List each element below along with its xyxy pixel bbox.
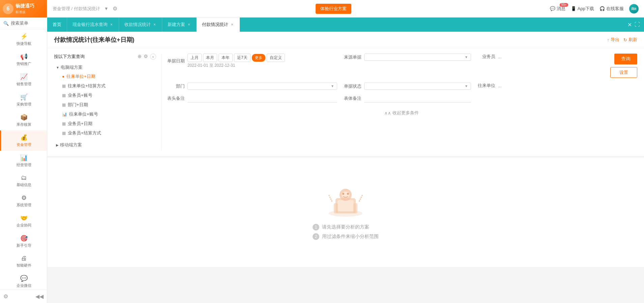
basic-icon: 🗂 bbox=[21, 174, 27, 181]
tab-bank-flow[interactable]: 现金银行流水查询 × bbox=[67, 18, 119, 32]
header-note-input[interactable] bbox=[187, 94, 337, 102]
partner-field: 往来单位 ... bbox=[476, 83, 605, 89]
user-avatar[interactable]: Rit bbox=[629, 4, 639, 13]
sidebar-item-operation[interactable]: 📊 经营管理 bbox=[0, 151, 47, 171]
search-icon: 🔍 bbox=[3, 21, 9, 26]
tab-payment-stats-close[interactable]: × bbox=[230, 22, 234, 28]
export-icon: ↑ bbox=[607, 37, 610, 42]
hardware-label: 智能硬件 bbox=[17, 263, 31, 268]
pc-scheme-items: ● 往来单位+日期 ▦ 往来单位+结算方式 ▦ 业务员+账号 bbox=[54, 72, 156, 138]
source-doc-select[interactable]: ▼ bbox=[364, 54, 471, 61]
tab-receipt-stats-label: 收款情况统计 bbox=[124, 22, 151, 28]
wechat-icon: 💬 bbox=[20, 275, 28, 282]
search-menu-label: 搜索菜单 bbox=[11, 20, 28, 26]
export-btn[interactable]: ↑ 导出 bbox=[607, 37, 620, 43]
app-name: 畅捷通巧 bbox=[16, 3, 34, 9]
app-download-btn[interactable]: 📱 App下载 bbox=[571, 6, 594, 12]
trial-btn[interactable]: 体验行业方案 bbox=[316, 4, 351, 14]
enterprise-label: 企业协同 bbox=[17, 223, 31, 228]
scheme-salesman-account-icon: ▦ bbox=[62, 93, 66, 98]
search-menu[interactable]: 🔍 搜索菜单 bbox=[0, 18, 47, 29]
guide-label: 新手引导 bbox=[17, 243, 31, 248]
refresh-btn[interactable]: ↻ 刷新 bbox=[623, 37, 637, 43]
sidebar-item-wechat[interactable]: 💬 企业微信 bbox=[0, 271, 47, 290]
settings-footer-btn[interactable]: ⚙ bbox=[3, 293, 8, 300]
collapse-panel-btn[interactable]: « bbox=[150, 54, 156, 60]
sidebar-item-finance[interactable]: 💰 资金管理 bbox=[0, 130, 47, 151]
date-btn-last-month[interactable]: 上月 bbox=[187, 54, 202, 62]
scheme-dept-date[interactable]: ▦ 部门+日期 bbox=[59, 100, 156, 110]
sidebar-item-purchase[interactable]: 🛒 采购管理 bbox=[0, 90, 47, 110]
date-btn-7days[interactable]: 近7天 bbox=[234, 54, 251, 62]
sidebar-item-sales[interactable]: 📈 销售管理 bbox=[0, 70, 47, 90]
sidebar-item-hardware[interactable]: 🖨 智能硬件 bbox=[0, 251, 47, 271]
tab-bank-flow-close[interactable]: × bbox=[110, 22, 113, 28]
scheme-salesman-date[interactable]: ▦ 业务员+日期 bbox=[59, 119, 156, 128]
tab-home[interactable]: 首页 bbox=[47, 18, 67, 32]
basic-label: 基础信息 bbox=[17, 182, 31, 187]
main-content: 资金管理 / 付款情况统计 ▼ ⚙ 体验行业方案 💬 消息 99+ 📱 App下… bbox=[47, 0, 644, 303]
svg-rect-8 bbox=[353, 203, 357, 213]
source-doc-arrow: ▼ bbox=[465, 55, 468, 59]
topbar-settings-btn[interactable]: ⚙ bbox=[113, 5, 117, 12]
sidebar-item-system[interactable]: ⚙ 系统管理 bbox=[0, 191, 47, 211]
partner-label: 往来单位 bbox=[476, 83, 495, 89]
message-btn[interactable]: 💬 消息 99+ bbox=[550, 6, 565, 12]
date-btn-more[interactable]: 更多 bbox=[252, 54, 265, 62]
mobile-scheme-category: ▶ 移动端方案 bbox=[54, 141, 156, 149]
app-download-label: App下载 bbox=[578, 6, 594, 12]
download-icon: 📱 bbox=[571, 6, 576, 11]
scheme-partner-account[interactable]: 📊 往来单位+账号 bbox=[59, 110, 156, 119]
svg-rect-2 bbox=[338, 200, 354, 211]
query-btn[interactable]: 查询 bbox=[614, 54, 637, 64]
date-field: 单据日期 上月 本月 本年 近7天 更多 自定义 2022-01-01 至 20… bbox=[166, 54, 337, 68]
tab-payment-stats[interactable]: 付款情况统计 × bbox=[197, 18, 240, 32]
header-actions: ↑ 导出 ↻ 刷新 bbox=[607, 37, 638, 43]
body-note-field: 表体备注 bbox=[343, 94, 471, 102]
inventory-icon: 📦 bbox=[20, 114, 28, 121]
filter-settings-btn[interactable]: 设置 bbox=[610, 67, 637, 78]
tab-new-scheme[interactable]: 新建方案 × bbox=[162, 18, 197, 32]
tab-close-all-btn[interactable]: ✕ bbox=[627, 22, 632, 28]
svg-point-6 bbox=[347, 193, 349, 195]
scheme-salesman-settle[interactable]: ▦ 业务员+结算方式 bbox=[59, 128, 156, 138]
tab-new-scheme-close[interactable]: × bbox=[187, 22, 191, 28]
sidebar-item-guide[interactable]: 🎯 新手引导 bbox=[0, 231, 47, 251]
pc-category-header[interactable]: ▼ 电脑端方案 bbox=[54, 63, 156, 72]
doc-status-select[interactable]: ▼ bbox=[364, 83, 471, 90]
date-btn-this-month[interactable]: 本月 bbox=[203, 54, 217, 62]
tabs: 首页 现金银行流水查询 × 收款情况统计 × 新建方案 × 付款情况统计 × ✕… bbox=[47, 18, 644, 32]
date-btn-this-year[interactable]: 本年 bbox=[218, 54, 233, 62]
sidebar-item-enterprise[interactable]: 🤝 企业协同 bbox=[0, 211, 47, 231]
header-note-control[interactable] bbox=[187, 94, 337, 102]
tab-receipt-stats-close[interactable]: × bbox=[153, 22, 156, 28]
dept-control[interactable]: ▼ bbox=[187, 83, 337, 90]
date-btn-custom[interactable]: 自定义 bbox=[267, 54, 285, 62]
add-scheme-btn[interactable]: ⊕ bbox=[138, 54, 142, 60]
source-doc-control[interactable]: ▼ bbox=[364, 54, 471, 61]
content-header: 付款情况统计(往来单位+日期) ↑ 导出 ↻ 刷新 bbox=[47, 32, 644, 48]
body-note-input[interactable] bbox=[364, 94, 471, 102]
scheme-dept-date-icon: ▦ bbox=[62, 102, 66, 107]
sidebar-item-inventory[interactable]: 📦 库存核算 bbox=[0, 110, 47, 130]
collapse-sidebar-btn[interactable]: ◀◀ bbox=[35, 293, 43, 300]
collapse-conditions-btn[interactable]: ∧∧ 收起更多条件 bbox=[166, 107, 637, 119]
scheme-salesman-account[interactable]: ▦ 业务员+账号 bbox=[59, 91, 156, 100]
hardware-icon: 🖨 bbox=[21, 255, 27, 262]
doc-status-control[interactable]: ▼ bbox=[364, 83, 471, 90]
sidebar-item-marketing[interactable]: 📢 营销推广 bbox=[0, 50, 47, 70]
scheme-partner-settle[interactable]: ▦ 往来单位+结算方式 bbox=[59, 81, 156, 91]
sidebar-item-basic[interactable]: 🗂 基础信息 bbox=[0, 171, 47, 191]
scheme-settings-btn[interactable]: ⚙ bbox=[144, 54, 148, 60]
scheme-partner-date[interactable]: ● 往来单位+日期 bbox=[59, 72, 156, 81]
dept-select[interactable]: ▼ bbox=[187, 83, 337, 90]
tab-fullscreen-btn[interactable]: ⛶ bbox=[635, 22, 640, 28]
mobile-category-header[interactable]: ▶ 移动端方案 bbox=[54, 141, 156, 149]
body-note-control[interactable] bbox=[364, 94, 471, 102]
breadcrumb: 资金管理 / 付款情况统计 bbox=[53, 6, 100, 12]
sidebar-item-quick-nav[interactable]: ⚡ 快捷导航 bbox=[0, 29, 47, 50]
online-service-btn[interactable]: 🎧 在线客服 bbox=[599, 6, 624, 12]
tip-text-2: 用过滤条件来缩小分析范围 bbox=[322, 234, 379, 240]
tip-text-1: 请先选择要分析的方案 bbox=[322, 224, 369, 230]
tab-receipt-stats[interactable]: 收款情况统计 × bbox=[119, 18, 162, 32]
